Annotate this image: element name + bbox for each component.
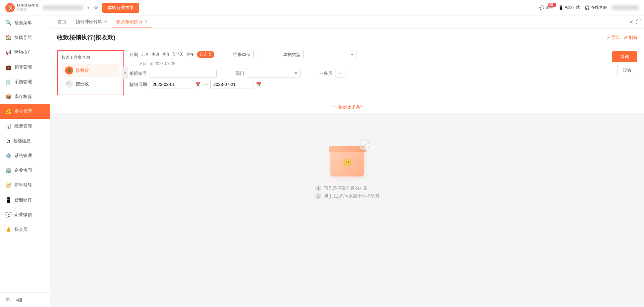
verify-date-field: 核销日期 📅 — bbox=[129, 80, 261, 89]
sidebar-item-basic-info[interactable]: 🗂 基础信息 bbox=[0, 134, 50, 148]
counterpart-field: 往来单位 ··· bbox=[233, 50, 264, 59]
settings-bottom-icon[interactable]: ⚙ bbox=[5, 297, 10, 303]
logo-icon: 🐰 bbox=[5, 3, 15, 12]
tab-prepay[interactable]: 预付冲应付单 ✕ bbox=[71, 16, 112, 28]
doc-type-label: 单据类型 bbox=[283, 52, 301, 58]
doc-no-label: 单据编号 bbox=[129, 70, 147, 76]
inventory-icon: 📦 bbox=[5, 94, 12, 100]
marketing-icon: 📢 bbox=[5, 49, 12, 55]
collapse-filter-panel-button[interactable]: « bbox=[122, 67, 128, 79]
app-logo: 🐰 畅捷通好生意 标准版 bbox=[5, 3, 39, 12]
sidebar-item-inventory[interactable]: 📦 库存核算 bbox=[0, 89, 50, 104]
query-button[interactable]: 查询 bbox=[612, 51, 637, 62]
sidebar-item-marketing[interactable]: 📢 营销推广 bbox=[0, 45, 50, 60]
staff-ellipsis-btn[interactable]: ··· bbox=[335, 69, 346, 78]
sidebar-item-operations[interactable]: 📊 经营管理 bbox=[0, 119, 50, 134]
brand-name: 畅捷通好生意 标准版 bbox=[17, 3, 39, 12]
filter-section: 按以下方案查询 💲 按收款 ⏱ 按应收 « bbox=[50, 45, 644, 100]
sidebar: 🔍 搜索菜单 🏠 快捷导航 📢 营销推广 💼 销售管理 🛒 采购管理 📦 库存核… bbox=[0, 15, 50, 307]
tab-close-receipt-verify[interactable]: ✕ bbox=[145, 19, 148, 24]
verify-date-end-group: 📅 bbox=[210, 80, 261, 89]
verify-date-end-input[interactable] bbox=[210, 80, 254, 89]
sidebar-item-member[interactable]: ✌ 畅会员 bbox=[0, 222, 50, 237]
date-shortcut-more[interactable]: 更多 bbox=[186, 52, 194, 57]
tab-receipt-verify[interactable]: 收款核销执行 ✕ bbox=[112, 16, 152, 28]
date-shortcut-this-year[interactable]: 本年 bbox=[162, 52, 170, 57]
system-icon: ⚙️ bbox=[5, 153, 12, 159]
tab-controls: ✕ ⛶ bbox=[629, 19, 641, 25]
refresh-button[interactable]: ↺ 刷新 bbox=[624, 35, 637, 41]
doc-no-input[interactable] bbox=[150, 69, 217, 78]
chevron-down-icon[interactable]: ▾ bbox=[87, 5, 90, 10]
query-settings-area: 查询 设置 bbox=[612, 50, 637, 76]
message-badge: 99+ bbox=[548, 3, 556, 7]
sidebar-item-system[interactable]: ⚙️ 系统管理 bbox=[0, 148, 50, 163]
export-button[interactable]: ↗ 导出 bbox=[606, 35, 620, 41]
search-bar-blurred bbox=[43, 5, 83, 10]
page-header: 收款核销执行(按收款) ↗ 导出 ↺ 刷新 bbox=[50, 29, 644, 45]
tab-home[interactable]: 首页 bbox=[53, 16, 71, 28]
sales-icon: 💼 bbox=[5, 64, 12, 70]
app-icon: 📱 bbox=[558, 5, 564, 10]
finance-icon: 💰 bbox=[5, 108, 12, 114]
verify-date-start-group: 📅 bbox=[150, 80, 201, 89]
chevron-up-icon: ⌃⌃ bbox=[330, 105, 337, 110]
collapse-more-button[interactable]: ⌃⌃ 收起更多条件 bbox=[326, 103, 369, 111]
collapse-sidebar-icon[interactable]: ◀▮ bbox=[15, 297, 22, 303]
filter-row-verify-date: 核销日期 📅 — bbox=[129, 80, 606, 89]
hardware-icon: 📱 bbox=[5, 197, 12, 203]
guide-icon: 🧭 bbox=[5, 182, 12, 188]
app-download-button[interactable]: 📱 App下载 bbox=[558, 5, 580, 10]
verify-date-range: 📅 — 📅 bbox=[150, 80, 261, 89]
page-title: 收款核销执行(按收款) bbox=[57, 34, 115, 42]
settings-button[interactable]: 设置 bbox=[617, 65, 637, 76]
doc-type-field: 单据类型 bbox=[283, 50, 357, 59]
sidebar-item-search-menu[interactable]: 🔍 搜索菜单 bbox=[0, 15, 50, 30]
verify-date-start-input[interactable] bbox=[150, 80, 193, 89]
filter-panel-title: 按以下方案查询 bbox=[62, 55, 119, 60]
date-shortcut-last-month[interactable]: 上月 bbox=[141, 52, 149, 57]
message-button[interactable]: 💬 消息 99+ bbox=[539, 5, 554, 10]
date-shortcuts: 上月 本月 本年 近7天 更多 自定义 bbox=[141, 51, 214, 58]
tip-num-2: 2 bbox=[315, 193, 321, 199]
date-shortcut-7days[interactable]: 近7天 bbox=[173, 52, 183, 57]
date-shortcut-this-month[interactable]: 本月 bbox=[152, 52, 160, 57]
sidebar-item-finance[interactable]: 💰 资金管理 bbox=[0, 104, 50, 119]
empty-illustration: 😐 📄 bbox=[324, 140, 371, 180]
enterprise-icon: 🏢 bbox=[5, 167, 12, 173]
filter-by-receivable[interactable]: ⏱ 按应收 bbox=[62, 77, 119, 91]
close-tab-icon[interactable]: ✕ bbox=[629, 19, 633, 25]
operations-icon: 📊 bbox=[5, 123, 12, 129]
doc-type-select[interactable] bbox=[303, 50, 357, 59]
sidebar-item-sales[interactable]: 💼 销售管理 bbox=[0, 60, 50, 74]
expand-icon[interactable]: ⛶ bbox=[636, 19, 641, 25]
sidebar-item-guide[interactable]: 🧭 新手引导 bbox=[0, 178, 50, 193]
member-icon: ✌ bbox=[5, 226, 12, 233]
calendar-start-icon[interactable]: 📅 bbox=[195, 82, 201, 87]
industry-solution-button[interactable]: 体验行业方案 bbox=[102, 3, 139, 13]
date-to-label: 至 2023-07-26 bbox=[150, 61, 175, 67]
filter-by-receipt[interactable]: 💲 按收款 bbox=[62, 64, 119, 77]
date-shortcut-custom[interactable]: 自定义 bbox=[197, 51, 214, 58]
filter-row-docno: 单据编号 部门 业务员 bbox=[129, 69, 606, 78]
calendar-end-icon[interactable]: 📅 bbox=[256, 82, 261, 87]
date-range-separator: — bbox=[203, 82, 208, 87]
tab-bar: 首页 预付冲应付单 ✕ 收款核销执行 ✕ ✕ ⛶ bbox=[50, 15, 644, 29]
dept-select[interactable] bbox=[247, 69, 301, 78]
empty-face-icon: 😐 bbox=[343, 158, 352, 167]
top-bar-actions: 💬 消息 99+ 📱 App下载 🎧 在线客服 bbox=[539, 5, 639, 10]
page-content: 收款核销执行(按收款) ↗ 导出 ↺ 刷新 按以下方案查询 bbox=[50, 29, 644, 307]
online-service-button[interactable]: 🎧 在线客服 bbox=[585, 5, 607, 10]
counterpart-ellipsis-btn[interactable]: ··· bbox=[253, 50, 264, 59]
tab-close-prepay[interactable]: ✕ bbox=[104, 19, 107, 24]
sidebar-item-enterprise[interactable]: 🏢 企业协同 bbox=[0, 163, 50, 178]
search-menu-icon: 🔍 bbox=[5, 20, 12, 26]
top-bar: 🐰 畅捷通好生意 标准版 ▾ ⚙ 体验行业方案 💬 消息 99+ 📱 App下载… bbox=[0, 0, 644, 15]
empty-state: 😐 📄 1 请先选择要分析的方案 2 用[过滤]条件来缩小分析范围 bbox=[50, 113, 644, 226]
sidebar-item-hardware[interactable]: 📱 智能硬件 bbox=[0, 193, 50, 207]
empty-tips: 1 请先选择要分析的方案 2 用[过滤]条件来缩小分析范围 bbox=[315, 185, 379, 199]
sidebar-item-wechat[interactable]: 💬 企业微信 bbox=[0, 207, 50, 222]
sidebar-item-purchase[interactable]: 🛒 采购管理 bbox=[0, 74, 50, 89]
sidebar-item-quick-nav[interactable]: 🏠 快捷导航 bbox=[0, 30, 50, 45]
gear-button[interactable]: ⚙ bbox=[94, 4, 98, 11]
